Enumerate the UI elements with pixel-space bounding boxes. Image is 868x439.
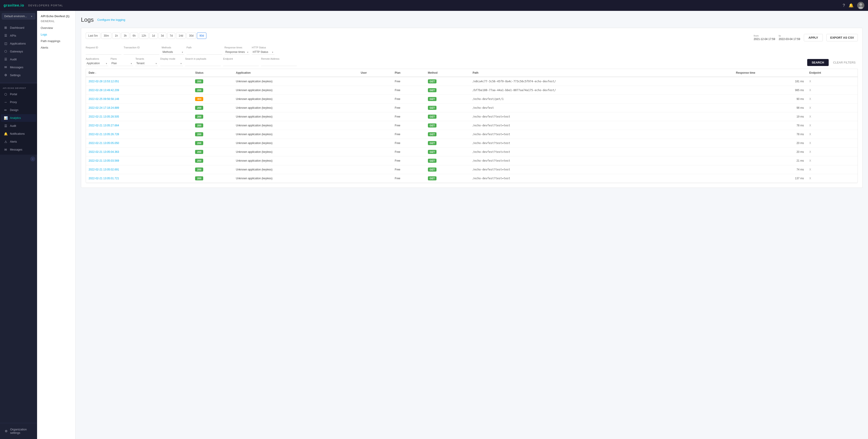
remove-row-button[interactable]: X <box>809 133 811 136</box>
configure-logging-link[interactable]: Configure the logging <box>97 18 125 22</box>
cell-response-time: 20 ms <box>733 148 807 156</box>
sub-sidebar-link-overview[interactable]: Overview <box>37 25 75 31</box>
time-btn-12h[interactable]: 12h <box>139 33 149 39</box>
col-application: Application <box>233 69 358 77</box>
http-status-select[interactable]: HTTP Status <box>252 50 274 55</box>
date-from-value[interactable]: 2021-12-04 17:59 <box>754 37 775 41</box>
avatar[interactable] <box>857 2 864 9</box>
sidebar-item-dashboard[interactable]: ⊞ Dashboard <box>1 24 36 31</box>
remove-row-button[interactable]: X <box>809 124 811 127</box>
sidebar-item-messages2[interactable]: ✉ Messages <box>1 146 36 154</box>
sidebar-item-messages[interactable]: ✉ Messages <box>1 63 36 71</box>
path-input[interactable] <box>186 50 222 55</box>
display-mode-select[interactable] <box>160 61 183 66</box>
sidebar-collapse-button[interactable]: ‹ <box>30 156 35 161</box>
methods-select[interactable]: Methods <box>162 50 184 55</box>
cell-method: GET <box>425 112 470 121</box>
time-btn-last-5m[interactable]: Last 5m <box>86 33 100 39</box>
sidebar-item-audit[interactable]: ☰ Audit <box>1 55 36 63</box>
cell-path: /echo-devfest?test=test <box>470 139 733 148</box>
sub-sidebar-link-logs[interactable]: Logs <box>37 31 75 38</box>
time-btn-7d[interactable]: 7d <box>167 33 175 39</box>
endpoint-input[interactable] <box>223 61 259 66</box>
date-link[interactable]: 2022-02-21 13:05:04.363 <box>89 150 119 154</box>
time-btn-30m[interactable]: 30m <box>101 33 112 39</box>
sidebar-item-design[interactable]: ✏ Design <box>1 106 36 114</box>
transaction-id-input[interactable] <box>124 50 159 55</box>
remove-row-button[interactable]: X <box>809 97 811 101</box>
sidebar-item-audit2[interactable]: ☰ Audit <box>1 122 36 130</box>
remove-row-button[interactable]: X <box>809 115 811 118</box>
sidebar-item-portal[interactable]: ⬡ Portal <box>1 90 36 98</box>
sidebar-item-analytics[interactable]: 📊 Analytics <box>1 114 36 122</box>
clear-filters-button[interactable]: CLEAR FILTERS <box>831 59 858 66</box>
date-link[interactable]: 2022-02-24 17:18:24.889 <box>89 106 119 109</box>
cell-method: GET <box>425 130 470 139</box>
date-link[interactable]: 2022-02-25 09:56:58.148 <box>89 97 119 101</box>
tenants-select[interactable]: Tenant <box>135 61 158 66</box>
col-user: User <box>358 69 392 77</box>
time-btn-3d[interactable]: 3d <box>158 33 166 39</box>
sub-sidebar-link-alerts[interactable]: Alerts <box>37 44 75 51</box>
date-link[interactable]: 2022-02-21 13:05:05.050 <box>89 142 119 145</box>
remove-row-button[interactable]: X <box>809 159 811 162</box>
time-btn-3h[interactable]: 3h <box>121 33 129 39</box>
remove-row-button[interactable]: X <box>809 150 811 154</box>
search-button[interactable]: SEARCH <box>807 59 829 66</box>
cell-plan: Free <box>392 139 425 148</box>
request-id-input[interactable] <box>86 50 121 55</box>
page-title: Logs <box>81 16 94 23</box>
cell-date: 2022-02-21 13:05:28.505 <box>86 112 192 121</box>
remove-row-button[interactable]: X <box>809 80 811 83</box>
export-csv-button[interactable]: EXPORT AS CSV <box>827 34 858 41</box>
remove-row-button[interactable]: X <box>809 177 811 180</box>
date-link[interactable]: 2022-02-28 13:49:42.209 <box>89 89 119 92</box>
date-to-value[interactable]: 2022-03-04 17:59 <box>779 37 800 41</box>
col-date[interactable]: Date ↓ <box>86 69 192 77</box>
time-btn-90d[interactable]: 90d <box>197 33 206 39</box>
time-btn-6h[interactable]: 6h <box>130 33 138 39</box>
sidebar-item-settings[interactable]: ⚙ Settings <box>1 71 36 79</box>
dashboard-icon: ⊞ <box>4 26 8 29</box>
time-btn-30d[interactable]: 30d <box>186 33 196 39</box>
brand-logo[interactable]: gravitee.io <box>4 3 24 7</box>
sub-sidebar-link-path-mappings[interactable]: Path mappings <box>37 38 75 44</box>
env-selector[interactable]: Default environm... ▼ <box>2 13 35 20</box>
apply-button[interactable]: APPLY <box>804 34 823 41</box>
date-link[interactable]: 2022-02-21 13:05:26.728 <box>89 133 119 136</box>
date-link[interactable]: 2022-02-28 13:53:12.051 <box>89 80 119 83</box>
sidebar-item-org-settings[interactable]: ⚙ Organization settings <box>2 426 35 437</box>
analytics-icon: 📊 <box>4 116 8 120</box>
date-link[interactable]: 2022-02-21 13:05:02.691 <box>89 168 119 171</box>
sidebar-item-alerts[interactable]: ⚠ Alerts <box>1 138 36 146</box>
applications-select[interactable]: Application <box>86 61 108 66</box>
time-btn-14d[interactable]: 14d <box>176 33 186 39</box>
status-badge: 200 <box>195 141 203 145</box>
date-link[interactable]: 2022-02-21 13:05:27.664 <box>89 124 119 127</box>
time-btn-1h[interactable]: 1h <box>112 33 120 39</box>
sidebar-item-applications[interactable]: ◫ Applications <box>1 39 36 47</box>
plans-group: Plans Plan <box>111 57 133 66</box>
remove-row-button[interactable]: X <box>809 168 811 171</box>
remove-row-button[interactable]: X <box>809 142 811 145</box>
status-badge: 200 <box>195 106 203 110</box>
sidebar-item-gateways[interactable]: ⬡ Gateways <box>1 48 36 55</box>
date-link[interactable]: 2022-02-21 13:05:01.721 <box>89 177 119 180</box>
col-response-time: Response time <box>733 69 807 77</box>
sidebar-item-notifications[interactable]: 🔔 Notifications <box>1 130 36 138</box>
date-link[interactable]: 2022-02-21 13:05:03.569 <box>89 159 119 162</box>
response-times-select[interactable]: Response times <box>224 50 250 55</box>
remove-row-button[interactable]: X <box>809 89 811 92</box>
cell-response-time: 78 ms <box>733 130 807 139</box>
remove-row-button[interactable]: X <box>809 106 811 109</box>
search-payloads-input[interactable] <box>185 61 221 66</box>
date-link[interactable]: 2022-02-21 13:05:28.505 <box>89 115 119 118</box>
help-icon[interactable]: ? <box>843 3 845 8</box>
bell-icon[interactable]: 🔔 <box>848 3 854 8</box>
time-btn-1d[interactable]: 1d <box>149 33 157 39</box>
sidebar-item-proxy[interactable]: ↔ Proxy <box>1 98 36 106</box>
plans-select[interactable]: Plan <box>111 61 133 66</box>
cell-plan: Free <box>392 86 425 95</box>
remote-address-input[interactable] <box>261 61 297 66</box>
sidebar-item-apis[interactable]: ☰ APIs <box>1 32 36 39</box>
